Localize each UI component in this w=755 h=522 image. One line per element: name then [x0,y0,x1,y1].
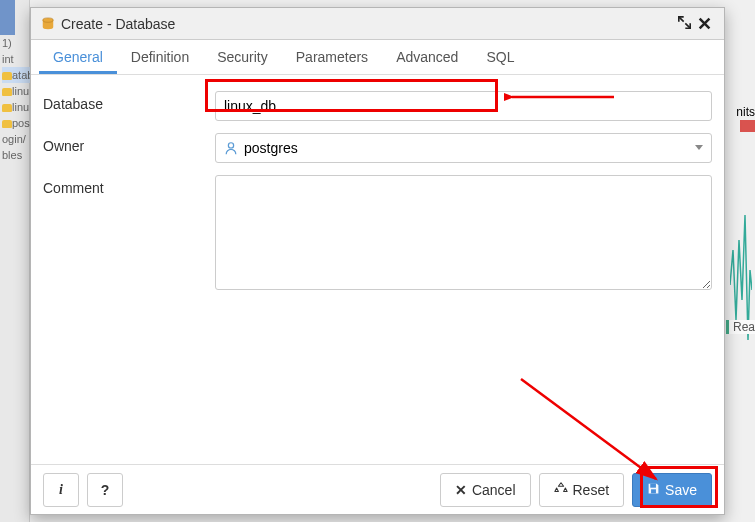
dialog-title: Create - Database [61,16,674,32]
expand-icon[interactable] [674,16,694,32]
tab-sql[interactable]: SQL [472,40,528,74]
svg-point-2 [228,143,233,148]
info-button[interactable]: i [43,473,79,507]
legend-fragment: Rea [726,320,755,334]
close-icon: ✕ [455,482,467,498]
comment-textarea[interactable] [215,175,712,290]
close-icon[interactable]: ✕ [694,13,714,35]
owner-label: Owner [43,133,215,154]
database-icon [41,17,55,31]
user-icon [224,141,238,155]
owner-value: postgres [244,140,298,156]
annotation-arrow-1 [504,88,619,106]
dialog-tabs: General Definition Security Parameters A… [31,40,724,75]
dialog-header[interactable]: Create - Database ✕ [31,8,724,40]
annotation-arrow-2 [516,374,686,494]
right-panel-strip: nits [727,80,755,380]
object-tree-strip: 1) int ataba linu linu pos ogin/ bles [0,35,30,235]
comment-label: Comment [43,175,215,196]
tab-general[interactable]: General [39,40,117,74]
tab-security[interactable]: Security [203,40,282,74]
tab-parameters[interactable]: Parameters [282,40,382,74]
owner-select[interactable]: postgres [215,133,712,163]
database-label: Database [43,91,215,112]
tab-advanced[interactable]: Advanced [382,40,472,74]
database-input[interactable] [215,91,712,121]
chevron-down-icon [695,145,703,150]
svg-line-6 [521,379,656,479]
tab-definition[interactable]: Definition [117,40,203,74]
help-button[interactable]: ? [87,473,123,507]
